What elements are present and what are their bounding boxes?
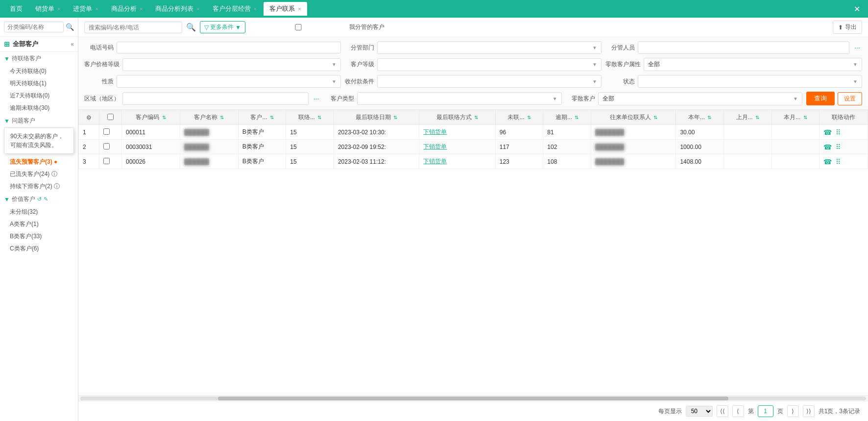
sidebar-item-today[interactable]: 今天待联络(0) [0, 65, 78, 77]
region-more-btn[interactable]: ··· [312, 95, 321, 102]
method-link-3[interactable]: 下销货单 [423, 158, 447, 165]
sidebar-item-overdue[interactable]: 逾期未联络(30) [0, 102, 78, 114]
window-close-button[interactable]: ✕ [850, 2, 864, 16]
sidebar-item-ungrouped[interactable]: 未分组(32) [0, 206, 78, 218]
th-name[interactable]: 客户名称 ⇅ [180, 110, 238, 125]
phone-input[interactable] [117, 42, 341, 53]
row-check-2[interactable] [99, 140, 122, 154]
th-last-date[interactable]: 最后联络日期 ⇅ [334, 110, 419, 125]
th-settings[interactable]: ⚙ [79, 110, 99, 125]
tab-close-product-analysis[interactable]: × [140, 6, 143, 12]
sidebar-collapse-icon[interactable]: « [71, 41, 74, 48]
method-link-2[interactable]: 下销货单 [423, 143, 447, 150]
scroll-thumb[interactable] [218, 396, 729, 400]
more-icon-1[interactable]: ⠿ [836, 128, 841, 136]
tab-sales[interactable]: 销货单 × [29, 2, 66, 16]
sidebar-search-icon[interactable]: 🔍 [66, 23, 74, 31]
th-type[interactable]: 客户... ⇅ [238, 110, 286, 125]
refresh-icon[interactable]: ↺ [37, 196, 42, 202]
more-conditions-btn[interactable]: ▽ 更多条件 ▼ [200, 21, 245, 33]
row-checkbox-1[interactable] [103, 128, 110, 135]
sidebar-item-churn-warning[interactable]: 流失预警客户(3) ● [0, 156, 78, 168]
tab-close-sales[interactable]: × [57, 6, 60, 12]
page-number-input[interactable] [758, 405, 773, 417]
status-select[interactable]: ▼ [638, 75, 862, 88]
sidebar-item-class-a[interactable]: A类客户(1) [0, 218, 78, 230]
person-more-btn[interactable]: ··· [852, 44, 862, 51]
select-all-checkbox[interactable] [107, 114, 114, 120]
sidebar-item-class-c[interactable]: C类客户(6) [0, 243, 78, 255]
row-checkbox-2[interactable] [103, 143, 110, 149]
sidebar-search-input[interactable] [4, 22, 64, 32]
tab-home[interactable]: 首页 [4, 2, 28, 16]
contact-icon-3[interactable]: ☎ [823, 158, 832, 166]
horizontal-scrollbar[interactable] [78, 395, 868, 401]
method-link-1[interactable]: 下销货单 [423, 128, 447, 135]
sidebar-all-customers[interactable]: ⊞ 全部客户 « [0, 37, 78, 52]
search-button[interactable]: 🔍 [186, 23, 196, 32]
row-method-3[interactable]: 下销货单 [419, 154, 495, 169]
sidebar-item-class-b[interactable]: B类客户(33) [0, 230, 78, 243]
th-checkbox[interactable] [99, 110, 122, 125]
more-icon-3[interactable]: ⠿ [836, 158, 841, 166]
last-page-btn[interactable]: ⟩⟩ [803, 405, 815, 417]
row-method-1[interactable]: 下销货单 [419, 125, 495, 140]
th-last-month[interactable]: 上月... ⇅ [724, 110, 772, 125]
row-check-3[interactable] [99, 154, 122, 169]
tab-product-list[interactable]: 商品分析列表 × [149, 2, 205, 16]
my-customers-checkbox-label[interactable]: 我分管的客户 [249, 23, 385, 31]
contact-icon-2[interactable]: ☎ [823, 143, 832, 151]
th-this-month[interactable]: 本月... ⇅ [772, 110, 820, 125]
th-code[interactable]: 客户编码 ⇅ [121, 110, 180, 125]
first-page-btn[interactable]: ⟨⟨ [717, 405, 728, 417]
row-method-2[interactable]: 下销货单 [419, 140, 495, 154]
sidebar-group-value[interactable]: ▼ 价值客户 ↺ ✎ [0, 193, 78, 206]
page-size-select[interactable]: 50 100 200 [686, 406, 713, 417]
prev-page-btn[interactable]: ⟨ [732, 405, 744, 417]
tab-close-product-list[interactable]: × [196, 6, 199, 12]
search-input[interactable] [84, 22, 182, 33]
th-contact[interactable]: 联络... ⇅ [286, 110, 334, 125]
query-button[interactable]: 查询 [806, 92, 835, 105]
customer-level-select[interactable]: ▼ [377, 58, 602, 71]
sidebar-item-tomorrow[interactable]: 明天待联络(1) [0, 77, 78, 90]
zero-customer-select[interactable]: 全部 ▼ [598, 92, 802, 105]
more-icon-2[interactable]: ⠿ [836, 143, 841, 151]
dept-select[interactable]: ▼ [377, 41, 602, 54]
my-customers-checkbox[interactable] [249, 24, 347, 30]
sidebar-item-lost[interactable]: 已流失客户(24) ⓘ [0, 168, 78, 180]
payment-select[interactable]: ▼ [377, 75, 602, 88]
row-checkbox-3[interactable] [103, 158, 110, 164]
th-overdue[interactable]: 逾期... ⇅ [543, 110, 591, 125]
th-person[interactable]: 往来单位联系人 ⇅ [591, 110, 675, 125]
tab-customer-contact[interactable]: 客户联系 × [264, 2, 307, 16]
region-select[interactable] [122, 92, 309, 105]
price-level-select[interactable]: ▼ [122, 58, 341, 71]
tab-close-customer-tier[interactable]: × [254, 6, 257, 12]
edit-icon[interactable]: ✎ [44, 196, 48, 202]
tab-close-customer-contact[interactable]: × [298, 6, 301, 12]
sidebar-group-pending[interactable]: ▼ 待联络客户 [0, 52, 78, 65]
sidebar-item-7days[interactable]: 近7天待联络(0) [0, 90, 78, 102]
payment-arrow-icon: ▼ [592, 79, 597, 84]
customer-type-select[interactable]: ▼ [357, 92, 561, 105]
export-button[interactable]: ⬆ 导出 [833, 21, 862, 34]
tab-close-purchase[interactable]: × [95, 6, 98, 12]
tab-customer-tier[interactable]: 客户分层经营 × [207, 2, 263, 16]
tab-product-analysis[interactable]: 商品分析 × [105, 2, 148, 16]
th-un-contact[interactable]: 未联... ⇅ [495, 110, 543, 125]
th-this-year[interactable]: 本年... ⇅ [676, 110, 724, 125]
zero-attr-select[interactable]: 全部 ▼ [644, 58, 862, 71]
gender-select[interactable]: ▼ [117, 75, 341, 88]
row-check-1[interactable] [99, 125, 122, 140]
sidebar-item-declining[interactable]: 持续下滑客户(2) ⓘ [0, 180, 78, 193]
person-select[interactable] [638, 41, 849, 54]
row-tmonth-2 [772, 140, 820, 154]
table-row: 3 000026 ██████ B类客户 15 2023-02-03 11:12… [79, 154, 868, 169]
sidebar-group-problem[interactable]: ▼ 问题客户 [0, 114, 78, 127]
settings-button[interactable]: 设置 [838, 92, 862, 105]
th-last-method[interactable]: 最后联络方式 ⇅ [419, 110, 495, 125]
contact-icon-1[interactable]: ☎ [823, 128, 832, 136]
next-page-btn[interactable]: ⟩ [787, 405, 799, 417]
tab-purchase[interactable]: 进货单 × [67, 2, 104, 16]
